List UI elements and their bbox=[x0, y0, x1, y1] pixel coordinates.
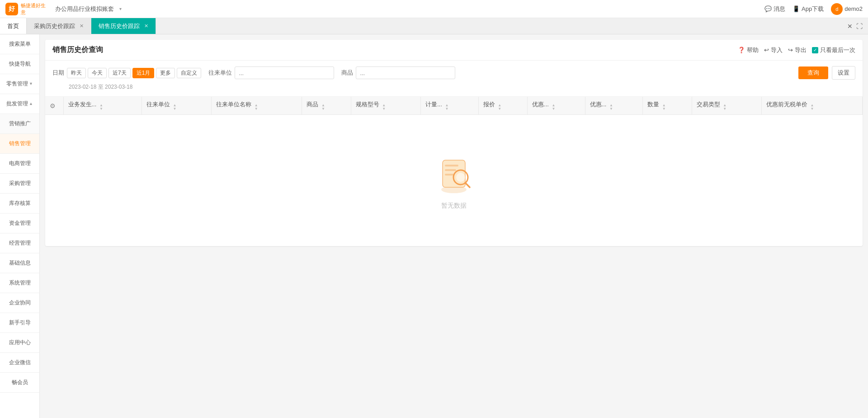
tab-home[interactable]: 首页 bbox=[0, 18, 27, 34]
col-pre-tax-price[interactable]: 优惠前无税单价 ▲▼ bbox=[761, 97, 862, 115]
date-btn-today[interactable]: 今天 bbox=[88, 68, 107, 78]
main-layout: 搜索菜单 快捷导航 零售管理 ▼ 批发管理 ▲ 营销推广 销售管理 电商管理 采… bbox=[0, 34, 868, 418]
col-counterpart-name[interactable]: 往来单位名称 ▲▼ bbox=[212, 97, 302, 115]
counterpart-filter-input[interactable] bbox=[235, 66, 334, 79]
col-counterpart-code-sort-icon: ▲▼ bbox=[173, 104, 177, 111]
date-btn-custom[interactable]: 自定义 bbox=[177, 68, 201, 78]
col-counterpart-code-label: 往来单位 bbox=[146, 101, 170, 108]
app-download-label: App下载 bbox=[802, 5, 824, 13]
filter-row-1: 日期 昨天 今天 近7天 近1月 更多 自定义 bbox=[52, 66, 855, 80]
col-discount1-label: 优惠... bbox=[532, 101, 549, 108]
sidebar-item-inventory-check-label: 库存核算 bbox=[9, 200, 31, 207]
date-range-text: 2023-02-18 至 2023-03-18 bbox=[69, 84, 132, 90]
message-label: 消息 bbox=[774, 5, 785, 13]
sidebar-item-wholesale-mgmt[interactable]: 批发管理 ▲ bbox=[0, 94, 39, 114]
avatar: d bbox=[831, 3, 843, 15]
app-download-action[interactable]: 📱 App下载 bbox=[793, 5, 824, 13]
date-btn-last7days[interactable]: 近7天 bbox=[108, 68, 131, 78]
user-label: demo2 bbox=[844, 5, 863, 12]
header-left: 好 畅捷通好生意 办公用品行业模拟账套 ▾ bbox=[5, 2, 122, 15]
message-action[interactable]: 💬 消息 bbox=[764, 5, 785, 13]
col-quantity[interactable]: 数量 ▲▼ bbox=[643, 97, 692, 115]
col-discount1-sort-icon: ▲▼ bbox=[552, 104, 555, 111]
search-button[interactable]: 查询 bbox=[798, 66, 828, 79]
date-btn-last1month[interactable]: 近1月 bbox=[132, 68, 155, 78]
sidebar-item-search-menu[interactable]: 搜索菜单 bbox=[0, 34, 39, 54]
only-last-checkbox[interactable]: ✓ 只看最后一次 bbox=[812, 46, 855, 54]
col-discount2[interactable]: 优惠... ▲▼ bbox=[585, 97, 643, 115]
empty-state-text: 暂无数据 bbox=[441, 202, 467, 210]
sidebar-item-sales-mgmt[interactable]: 销售管理 bbox=[0, 134, 39, 154]
close-all-tabs-button[interactable]: ✕ bbox=[847, 23, 853, 30]
col-unit[interactable]: 计量... ▲▼ bbox=[421, 97, 479, 115]
col-biz-date-label: 业务发生... bbox=[68, 101, 97, 108]
page-title: 销售历史价查询 bbox=[52, 45, 103, 55]
help-label: 帮助 bbox=[747, 46, 759, 54]
col-quoted-price[interactable]: 报价 ▲▼ bbox=[478, 97, 527, 115]
sidebar-item-enterprise-agreement[interactable]: 企业协同 bbox=[0, 293, 39, 313]
sidebar-item-finance-mgmt[interactable]: 资金管理 bbox=[0, 214, 39, 233]
col-trade-type-label: 交易类型 bbox=[697, 101, 720, 108]
import-button[interactable]: ↩ 导入 bbox=[764, 46, 783, 54]
col-biz-date-sort-icon: ▲▼ bbox=[99, 104, 103, 111]
sidebar-item-quick-nav[interactable]: 快捷导航 bbox=[0, 54, 39, 74]
export-label: 导出 bbox=[795, 46, 807, 54]
product-filter-input[interactable] bbox=[356, 66, 455, 79]
sidebar: 搜索菜单 快捷导航 零售管理 ▼ 批发管理 ▲ 营销推广 销售管理 电商管理 采… bbox=[0, 34, 40, 418]
tab-purchase-history[interactable]: 采购历史价跟踪 ✕ bbox=[27, 18, 91, 34]
col-spec[interactable]: 规格型号 ▲▼ bbox=[351, 97, 420, 115]
col-discount2-label: 优惠... bbox=[590, 101, 607, 108]
import-label: 导入 bbox=[771, 46, 783, 54]
tab-sales-close-icon[interactable]: ✕ bbox=[144, 23, 148, 29]
sidebar-item-basic-info[interactable]: 基础信息 bbox=[0, 253, 39, 273]
sidebar-item-marketing[interactable]: 营销推广 bbox=[0, 114, 39, 134]
col-pre-tax-price-label: 优惠前无税单价 bbox=[766, 101, 807, 108]
only-last-label: 只看最后一次 bbox=[820, 46, 855, 54]
sidebar-item-ecommerce-mgmt-label: 电商管理 bbox=[9, 160, 31, 167]
table-header: ⚙ 业务发生... ▲▼ 往来单位 ▲▼ bbox=[45, 97, 863, 115]
data-table: ⚙ 业务发生... ▲▼ 往来单位 ▲▼ bbox=[45, 97, 863, 115]
date-btn-more[interactable]: 更多 bbox=[156, 68, 175, 78]
content-area: 销售历史价查询 ❓ 帮助 ↩ 导入 ↪ 导出 bbox=[40, 34, 868, 418]
tab-sales-history[interactable]: 销售历史价跟踪 ✕ bbox=[91, 18, 156, 34]
sidebar-item-inventory-check[interactable]: 库存核算 bbox=[0, 194, 39, 214]
sidebar-item-basic-info-label: 基础信息 bbox=[9, 259, 31, 267]
sidebar-item-purchase-mgmt-label: 采购管理 bbox=[9, 180, 31, 187]
date-btn-yesterday[interactable]: 昨天 bbox=[67, 68, 86, 78]
col-product-sort-icon: ▲▼ bbox=[321, 104, 325, 111]
col-trade-type[interactable]: 交易类型 ▲▼ bbox=[692, 97, 761, 115]
sidebar-item-member[interactable]: 畅会员 bbox=[0, 373, 39, 393]
sidebar-item-system-mgmt[interactable]: 系统管理 bbox=[0, 273, 39, 293]
sidebar-item-finance-mgmt-label: 资金管理 bbox=[9, 219, 31, 227]
sidebar-item-purchase-mgmt[interactable]: 采购管理 bbox=[0, 174, 39, 194]
col-discount1[interactable]: 优惠... ▲▼ bbox=[528, 97, 585, 115]
col-discount2-sort-icon: ▲▼ bbox=[609, 104, 613, 111]
sidebar-item-member-label: 畅会员 bbox=[12, 379, 28, 386]
sidebar-item-enterprise-wechat[interactable]: 企业微信 bbox=[0, 353, 39, 373]
tab-purchase-close-icon[interactable]: ✕ bbox=[80, 23, 84, 29]
date-buttons: 昨天 今天 近7天 近1月 更多 自定义 bbox=[67, 68, 201, 78]
app-download-icon: 📱 bbox=[793, 5, 800, 12]
col-product[interactable]: 商品 ▲▼ bbox=[302, 97, 351, 115]
date-range-display: 2023-02-18 至 2023-03-18 bbox=[67, 83, 132, 91]
col-counterpart-code[interactable]: 往来单位 ▲▼ bbox=[142, 97, 211, 115]
col-quantity-sort-icon: ▲▼ bbox=[662, 104, 666, 111]
col-gear[interactable]: ⚙ bbox=[45, 97, 63, 115]
settings-button[interactable]: 设置 bbox=[832, 66, 855, 80]
sidebar-item-app-center[interactable]: 应用中心 bbox=[0, 333, 39, 353]
expand-tab-button[interactable]: ⛶ bbox=[856, 23, 863, 30]
user-action[interactable]: d demo2 bbox=[831, 3, 863, 15]
sidebar-item-retail-mgmt[interactable]: 零售管理 ▼ bbox=[0, 74, 39, 94]
help-button[interactable]: ❓ 帮助 bbox=[738, 46, 759, 54]
tab-bar-actions: ✕ ⛶ bbox=[842, 18, 868, 34]
export-button[interactable]: ↪ 导出 bbox=[788, 46, 807, 54]
sidebar-item-ecommerce-mgmt[interactable]: 电商管理 bbox=[0, 154, 39, 174]
app-dropdown-arrow[interactable]: ▾ bbox=[119, 6, 122, 11]
filter-area: 日期 昨天 今天 近7天 近1月 更多 自定义 bbox=[45, 61, 863, 97]
col-biz-date[interactable]: 业务发生... ▲▼ bbox=[63, 97, 142, 115]
sidebar-item-wholesale-mgmt-label: 批发管理 bbox=[6, 100, 28, 108]
sidebar-item-enterprise-agreement-label: 企业协同 bbox=[9, 299, 31, 307]
sidebar-item-operations-mgmt[interactable]: 经营管理 bbox=[0, 233, 39, 253]
sidebar-item-new-guide[interactable]: 新手引导 bbox=[0, 313, 39, 333]
col-trade-type-sort-icon: ▲▼ bbox=[723, 104, 726, 111]
